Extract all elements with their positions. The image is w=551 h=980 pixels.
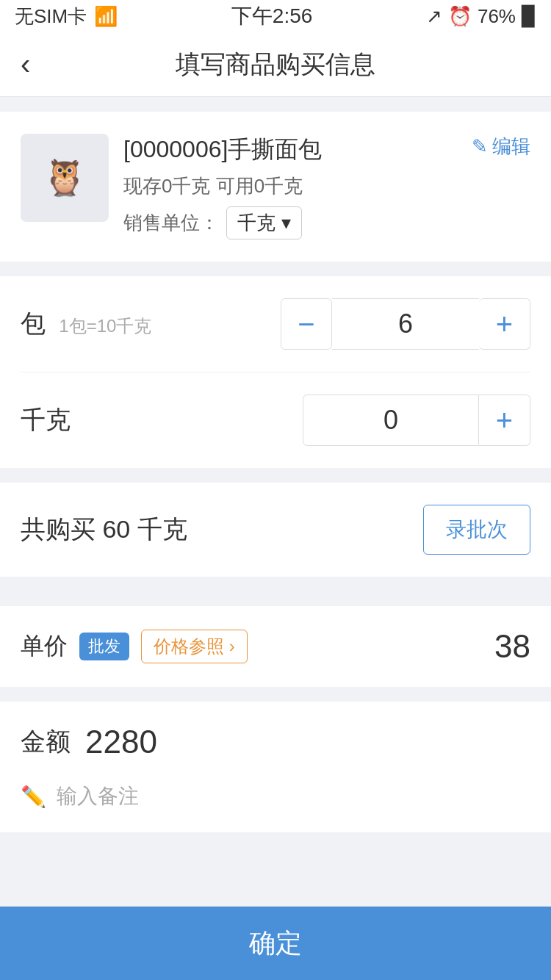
confirm-bar[interactable]: 确定 [0,907,551,980]
quantity-unit-sub: 1包=10千克 [59,316,151,336]
price-row: 单价 批发 价格参照 › 38 [21,628,530,665]
wholesale-tag: 批发 [79,633,129,660]
price-label: 单价 [21,630,68,663]
amount-section: 金额 2280 ✏️ 输入备注 [0,702,551,832]
back-button[interactable]: ‹ [21,48,30,81]
status-carrier: 无SIM卡 📶 [15,4,118,29]
price-left: 单价 批发 价格参照 › [21,630,248,663]
quantity-row-bao: 包 1包=10千克 − + [21,276,530,372]
remark-row[interactable]: ✏️ 输入备注 [21,775,530,818]
product-card: 🦉 [0000006]手撕面包 现存0千克 可用0千克 销售单位： 千克 ▾ ✎… [0,112,551,262]
total-text: 共购买 60 千克 [21,513,187,547]
quantity-input-bao[interactable] [332,298,479,350]
status-time: 下午2:56 [231,2,313,30]
separator-1 [0,577,551,591]
quantity-unit-bao: 包 [21,309,46,337]
unit-value: 千克 [237,210,276,236]
status-right: ↗ ⏰ 76% ▉ [426,5,536,28]
quantity-control-kg: + [303,394,530,446]
product-image: 🦉 [21,134,109,222]
remark-placeholder: 输入备注 [57,782,139,810]
confirm-label: 确定 [249,926,302,962]
unit-label: 销售单位： [123,210,219,236]
product-stock: 现存0千克 可用0千克 [123,173,530,199]
product-name: [0000006]手撕面包 [123,134,530,166]
edit-icon: ✎ [472,135,488,158]
quantity-row-kg: 千克 + [21,372,530,468]
edit-label: 编辑 [492,134,530,159]
amount-row: 金额 2280 [21,724,530,760]
price-value: 38 [494,628,530,665]
product-unit-row: 销售单位： 千克 ▾ [123,206,530,239]
dropdown-arrow-icon: ▾ [281,212,291,234]
page-title: 填写商品购买信息 [176,48,375,82]
alarm-icon: ⏰ [448,5,472,28]
price-ref-button[interactable]: 价格参照 › [141,630,248,663]
quantity-section: 包 1包=10千克 − + 千克 + [0,276,551,468]
quantity-input-kg[interactable] [303,394,479,446]
battery-icon: ▉ [522,5,536,28]
location-icon: ↗ [426,5,442,28]
plus-button-kg[interactable]: + [479,394,530,446]
total-row: 共购买 60 千克 录批次 [0,483,551,577]
amount-value: 2280 [85,724,157,760]
quantity-unit-kg: 千克 [21,406,71,433]
status-bar: 无SIM卡 📶 下午2:56 ↗ ⏰ 76% ▉ [0,0,551,32]
price-section: 单价 批发 价格参照 › 38 [0,606,551,687]
edit-button[interactable]: ✎ 编辑 [472,134,530,159]
wifi-icon: 📶 [94,5,118,28]
product-owl-icon: 🦉 [43,157,87,198]
quantity-label-kg: 千克 [21,403,303,437]
nav-bar: ‹ 填写商品购买信息 [0,32,551,97]
unit-dropdown[interactable]: 千克 ▾ [226,206,302,239]
minus-button-bao[interactable]: − [281,298,332,350]
quantity-control-bao: − + [281,298,530,350]
battery-level: 76% [478,5,516,28]
amount-label: 金额 [21,725,71,759]
quantity-label-bao: 包 1包=10千克 [21,307,281,341]
plus-button-bao[interactable]: + [479,298,530,350]
batch-button[interactable]: 录批次 [423,505,530,555]
pencil-icon: ✏️ [21,785,46,809]
product-info: [0000006]手撕面包 现存0千克 可用0千克 销售单位： 千克 ▾ [123,134,530,239]
